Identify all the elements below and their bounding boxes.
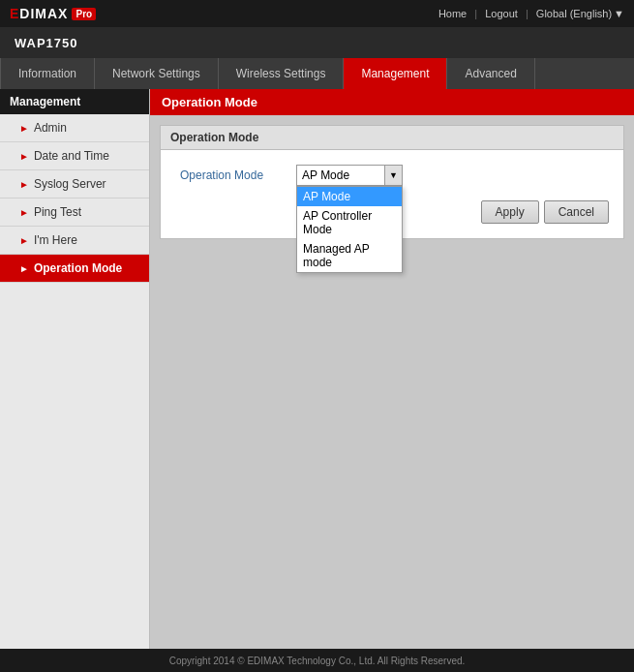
sidebar-item-admin[interactable]: ► Admin [0, 114, 149, 142]
dropdown-option-ap-mode[interactable]: AP Mode [297, 187, 402, 206]
top-links: Home | Logout | Global (English) ▼ [438, 8, 624, 19]
sep1: | [474, 8, 477, 19]
chevron-right-icon: ► [19, 123, 29, 134]
sidebar-item-date-time[interactable]: ► Date and Time [0, 142, 149, 170]
footer-text: Copyright 2014 © EDIMAX Technology Co., … [169, 656, 466, 666]
section-box: Operation Mode Operation Mode AP Mode ▼ [160, 125, 624, 239]
cancel-button[interactable]: Cancel [544, 200, 609, 224]
chevron-down-icon: ▼ [614, 8, 624, 19]
section-header: Operation Mode [161, 126, 623, 150]
chevron-right-icon: ► [19, 151, 29, 162]
chevron-right-icon: ► [19, 207, 29, 218]
nav-advanced[interactable]: Advanced [447, 58, 534, 89]
logout-link[interactable]: Logout [485, 8, 518, 19]
language-selector[interactable]: Global (English) ▼ [536, 8, 624, 19]
operation-mode-label: Operation Mode [170, 165, 296, 182]
sidebar-item-im-here[interactable]: ► I'm Here [0, 227, 149, 255]
content-inner: Operation Mode Operation Mode AP Mode ▼ [150, 115, 634, 249]
home-link[interactable]: Home [438, 8, 467, 19]
sidebar-item-ping[interactable]: ► Ping Test [0, 199, 149, 227]
chevron-right-icon: ► [19, 235, 29, 246]
sidebar-item-operation-mode[interactable]: ► Operation Mode [0, 255, 149, 283]
nav-management[interactable]: Management [344, 58, 447, 89]
nav-wireless-settings[interactable]: Wireless Settings [219, 58, 345, 89]
sidebar-item-syslog[interactable]: ► Syslog Server [0, 170, 149, 199]
dropdown-option-managed-ap[interactable]: Managed AP mode [297, 239, 402, 272]
device-bar: WAP1750 [0, 27, 634, 58]
nav-network-settings[interactable]: Network Settings [95, 58, 219, 89]
edimax-logo: EDIMAX [10, 6, 68, 21]
nav-information[interactable]: Information [0, 58, 95, 89]
footer: Copyright 2014 © EDIMAX Technology Co., … [0, 649, 634, 672]
dropdown-option-ap-controller[interactable]: AP Controller Mode [297, 206, 402, 239]
form-control-area: AP Mode ▼ AP Mode AP Controller Mode Man… [296, 165, 614, 186]
section-body: Operation Mode AP Mode ▼ AP Mode [161, 150, 623, 238]
sep2: | [526, 8, 528, 19]
select-arrow-icon[interactable]: ▼ [384, 166, 402, 185]
operation-mode-select[interactable]: AP Mode ▼ [296, 165, 403, 186]
form-row-operation-mode: Operation Mode AP Mode ▼ AP Mode [170, 165, 614, 186]
select-value: AP Mode [302, 168, 349, 182]
page-title: Operation Mode [150, 89, 634, 115]
main-layout: Management ► Admin ► Date and Time ► Sys… [0, 89, 634, 649]
chevron-right-icon: ► [19, 263, 29, 274]
logo-area: EDIMAX Pro [10, 6, 96, 21]
pro-badge: Pro [72, 8, 96, 20]
device-name: WAP1750 [15, 36, 78, 50]
sidebar: Management ► Admin ► Date and Time ► Sys… [0, 89, 150, 649]
top-bar: EDIMAX Pro Home | Logout | Global (Engli… [0, 0, 634, 27]
dropdown-list: AP Mode AP Controller Mode Managed AP mo… [296, 186, 403, 273]
sidebar-title: Management [0, 89, 149, 114]
chevron-right-icon: ► [19, 179, 29, 190]
nav-bar: Information Network Settings Wireless Se… [0, 58, 634, 89]
content-area: Operation Mode Operation Mode Operation … [150, 89, 634, 649]
select-wrapper: AP Mode ▼ AP Mode AP Controller Mode Man… [296, 165, 403, 186]
apply-button[interactable]: Apply [481, 200, 539, 224]
